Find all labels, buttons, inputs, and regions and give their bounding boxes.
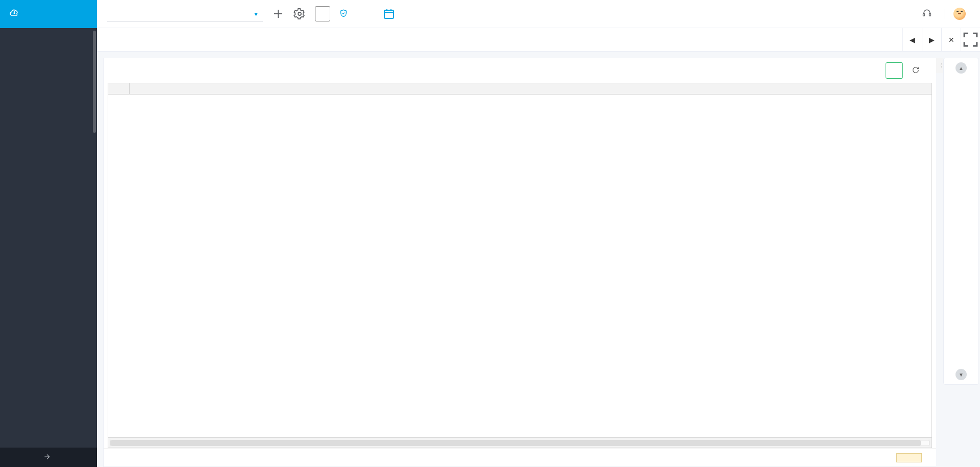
year-panel-collapse[interactable]: 〈 bbox=[936, 58, 943, 73]
refresh-button[interactable] bbox=[912, 66, 922, 75]
verified-badge bbox=[339, 9, 350, 19]
grid-body[interactable] bbox=[108, 95, 932, 437]
calendar-icon[interactable] bbox=[383, 8, 395, 20]
content: 〈 ▲ ▼ bbox=[97, 52, 980, 467]
svg-rect-3 bbox=[929, 13, 931, 16]
sample-color-box bbox=[896, 453, 922, 462]
main-area: ▾ bbox=[97, 0, 980, 467]
shield-icon bbox=[339, 9, 348, 19]
tab-scroll-right[interactable]: ▶ bbox=[922, 28, 941, 51]
select-all-corner[interactable] bbox=[108, 83, 130, 94]
svg-rect-2 bbox=[923, 13, 925, 16]
pin-icon bbox=[43, 453, 51, 462]
work-area bbox=[103, 58, 936, 467]
spreadsheet[interactable] bbox=[108, 83, 932, 448]
tab-home[interactable] bbox=[97, 28, 121, 51]
settings-icon-button[interactable] bbox=[293, 8, 306, 20]
tab-close-all[interactable]: ✕ bbox=[941, 28, 961, 51]
year-panel: ▲ ▼ bbox=[943, 58, 979, 385]
svg-point-0 bbox=[298, 12, 301, 15]
horizontal-scrollbar[interactable] bbox=[108, 437, 932, 448]
fullscreen-button[interactable] bbox=[961, 28, 980, 51]
sidebar-scrollbar[interactable] bbox=[93, 31, 96, 133]
cloud-icon bbox=[9, 8, 19, 19]
sidebar-nav bbox=[0, 28, 97, 467]
footer-note bbox=[104, 448, 936, 466]
unpin-button[interactable] bbox=[0, 448, 97, 467]
brand-logo bbox=[0, 0, 97, 28]
topbar: ▾ bbox=[97, 0, 980, 28]
user-menu[interactable] bbox=[953, 8, 970, 20]
year-scroll-up[interactable]: ▲ bbox=[955, 62, 967, 74]
divider bbox=[944, 9, 944, 19]
reset-report-button[interactable] bbox=[886, 62, 903, 79]
avatar bbox=[953, 8, 966, 20]
headset-icon bbox=[922, 9, 932, 19]
consult-button[interactable] bbox=[922, 9, 935, 19]
year-scroll-down[interactable]: ▼ bbox=[955, 369, 967, 380]
tab-bar: ◀ ▶ ✕ bbox=[97, 28, 980, 52]
chevron-down-icon: ▾ bbox=[254, 10, 258, 18]
account-selector[interactable]: ▾ bbox=[107, 6, 263, 22]
svg-rect-1 bbox=[384, 10, 394, 18]
switch-old-version-button[interactable] bbox=[315, 6, 330, 21]
sidebar bbox=[0, 0, 97, 467]
tab-scroll-left[interactable]: ◀ bbox=[902, 28, 922, 51]
add-button[interactable] bbox=[272, 8, 284, 20]
refresh-icon bbox=[912, 66, 919, 75]
